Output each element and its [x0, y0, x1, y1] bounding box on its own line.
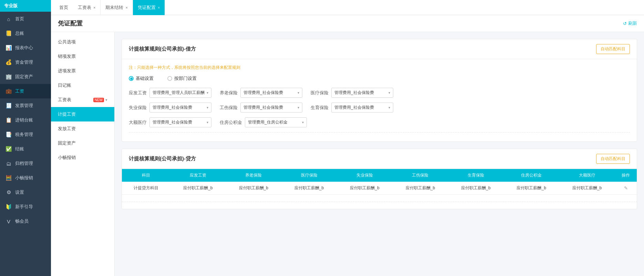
label-yfgz: 应发工资 — [129, 90, 147, 96]
left-nav-item-pay-wage[interactable]: 发放工资 — [51, 121, 114, 136]
tab-voucher-config[interactable]: 凭证配置 × — [133, 0, 165, 15]
field-sybx: 失业保险 管理费用_社会保险费 ▾ — [129, 103, 211, 113]
left-nav-item-payroll-sheet[interactable]: 工资表 NEW ▾ — [51, 93, 114, 107]
select-yfgz[interactable]: 管理费用_管理人员职工薪酬 ▾ — [149, 88, 211, 98]
select-deyil[interactable]: 管理费用_社会保险费 ▾ — [149, 117, 211, 127]
left-nav-fixed-assets-label: 固定资产 — [58, 140, 76, 146]
debit-section: 计提核算规则(公司承担)-借方 自动匹配科目 注：只能选择一种方式，系统将按照您… — [122, 39, 637, 142]
debit-section-body: 注：只能选择一种方式，系统将按照您当前的选择来配置规则 基础设置 按部门设置 — [122, 59, 637, 141]
purchase-sale-icon: 📋 — [6, 117, 12, 123]
right-content: 计提核算规则(公司承担)-借方 自动匹配科目 注：只能选择一种方式，系统将按照您… — [115, 32, 644, 276]
col-gjj: 住房公积金 — [503, 169, 559, 182]
select-sybx[interactable]: 管理费用_社会保险费 ▾ — [149, 103, 211, 113]
cell-deyil: 应付职工薪酬_b — [559, 182, 615, 195]
select-ylbx-1[interactable]: 管理费用_社会保险费 ▾ — [240, 88, 302, 98]
left-nav-item-input-invoice[interactable]: 进项发票 — [51, 64, 114, 78]
chevron-down-icon: ▾ — [207, 91, 208, 95]
credit-auto-match-button[interactable]: 自动匹配科目 — [596, 154, 630, 164]
select-sybx2-text: 管理费用_社会保险费 — [334, 105, 387, 110]
select-yfgz-text: 管理费用_管理人员职工薪酬 — [153, 90, 205, 96]
guide-icon: 🔰 — [6, 204, 12, 210]
select-gjj[interactable]: 管理费用_住房公积金 ▾ — [245, 117, 307, 127]
sidebar-item-payroll[interactable]: 💼 工资 — [0, 84, 51, 98]
chevron-down-icon-2: ▾ — [298, 91, 299, 95]
radio-dept-label: 按部门设置 — [174, 75, 197, 82]
left-nav-item-fixed-assets[interactable]: 固定资产 — [51, 136, 114, 150]
tab-period-closing[interactable]: 期末结转 × — [101, 0, 133, 15]
tab-home-label: 首页 — [59, 4, 68, 11]
cell-sybx: 应付职工薪酬_b — [337, 182, 392, 195]
tab-period-closing-close[interactable]: × — [125, 6, 127, 10]
select-ylbx-2[interactable]: 管理费用_社会保险费 ▾ — [331, 88, 393, 98]
xiaochang-report-icon: 🧮 — [6, 175, 12, 181]
sidebar-item-reports[interactable]: 📊 报表中心 — [0, 41, 51, 55]
debit-form-row-3: 大额医疗 管理费用_社会保险费 ▾ 住房公积金 管理费用_住房公积金 ▾ — [129, 117, 630, 127]
select-gjj-text: 管理费用_住房公积金 — [248, 119, 301, 125]
sidebar-item-archive-label: 归档管理 — [15, 160, 33, 167]
select-sybx2[interactable]: 管理费用_社会保险费 ▾ — [331, 103, 393, 113]
sidebar-item-closing[interactable]: ✅ 结账 — [0, 142, 51, 156]
field-ylbx-1: 养老保险 管理费用_社会保险费 ▾ — [220, 88, 302, 98]
debit-auto-match-button[interactable]: 自动匹配科目 — [596, 44, 630, 54]
cell-subject: 计提贷方科目 — [122, 182, 170, 195]
edit-icon[interactable]: ✎ — [624, 185, 628, 191]
table-row: 计提贷方科目 应付职工薪酬_b 应付职工薪酬_b 应付职工薪酬_b 应付职工薪酬… — [122, 182, 637, 195]
left-nav-item-accrual-wage[interactable]: 计提工资 — [51, 107, 114, 121]
left-nav-item-xiaochang-report[interactable]: 小畅报销 — [51, 150, 114, 165]
sidebar-item-invoice-mgr-label: 发票管理 — [15, 103, 33, 109]
radio-dept[interactable]: 按部门设置 — [167, 75, 197, 82]
credit-table-header: 科目 应发工资 养老保险 医疗保险 失业保险 工伤保险 生育保险 住房公积金 大… — [122, 169, 637, 182]
credit-table-wrapper: 科目 应发工资 养老保险 医疗保险 失业保险 工伤保险 生育保险 住房公积金 大… — [122, 169, 637, 195]
sidebar-item-ledger[interactable]: 📒 总账 — [0, 26, 51, 41]
left-nav-accrual-wage-label: 计提工资 — [58, 111, 76, 117]
page-title: 凭证配置 — [58, 19, 83, 28]
credit-table: 科目 应发工资 养老保险 医疗保险 失业保险 工伤保险 生育保险 住房公积金 大… — [122, 169, 637, 195]
refresh-button[interactable]: ↺ 刷新 — [623, 20, 637, 26]
sidebar-item-vip[interactable]: V 畅会员 — [0, 214, 51, 229]
sidebar-item-purchase-sale[interactable]: 📋 进销台账 — [0, 113, 51, 127]
sidebar-item-guide[interactable]: 🔰 新手引导 — [0, 200, 51, 214]
select-gsbx[interactable]: 管理费用_社会保险费 ▾ — [240, 103, 302, 113]
tab-payroll-sheet[interactable]: 工资表 × — [73, 0, 101, 15]
field-yfgz: 应发工资 管理费用_管理人员职工薪酬 ▾ — [129, 88, 211, 98]
label-ylbx-2: 医疗保险 — [311, 90, 329, 96]
chevron-down-icon-5: ▾ — [298, 106, 299, 109]
radio-dept-circle — [167, 76, 172, 81]
sidebar-item-funds[interactable]: 💰 资金管理 — [0, 55, 51, 70]
left-nav-item-journal[interactable]: 日记账 — [51, 78, 114, 93]
col-yfgz: 应发工资 — [170, 169, 226, 182]
tab-voucher-config-close[interactable]: × — [158, 6, 160, 10]
sidebar-item-invoice-mgr[interactable]: 🧾 发票管理 — [0, 98, 51, 113]
left-nav-payroll-sheet-label: 工资表 — [58, 97, 71, 103]
vip-icon: V — [6, 219, 12, 224]
divider-1 — [129, 132, 630, 132]
sidebar-item-xiaochang-report[interactable]: 🧮 小畅报销 — [0, 171, 51, 185]
tab-payroll-sheet-close[interactable]: × — [93, 6, 95, 10]
radio-basic[interactable]: 基础设置 — [129, 75, 154, 82]
chevron-down-icon-3: ▾ — [388, 91, 390, 95]
tab-payroll-sheet-label: 工资表 — [78, 4, 91, 11]
left-nav-public-label: 公共选项 — [58, 39, 76, 45]
left-nav-journal-label: 日记账 — [58, 82, 71, 88]
label-sybx2: 生育保险 — [311, 105, 329, 111]
field-gjj: 住房公积金 管理费用_住房公积金 ▾ — [220, 117, 307, 127]
sidebar-item-settings[interactable]: ⚙ 设置 — [0, 185, 51, 200]
left-nav-item-public[interactable]: 公共选项 — [51, 35, 114, 49]
sidebar-item-home[interactable]: ⌂ 首页 — [0, 12, 51, 26]
expand-icon: ▾ — [105, 98, 107, 102]
sidebar-item-fixed-assets[interactable]: 🏢 固定资产 — [0, 70, 51, 84]
sidebar-item-archive[interactable]: 🗂 归档管理 — [0, 156, 51, 171]
select-ylbx-2-text: 管理费用_社会保险费 — [334, 90, 387, 96]
archive-icon: 🗂 — [6, 161, 12, 167]
chevron-down-icon-4: ▾ — [207, 106, 208, 109]
cell-ylbx2: 应付职工薪酬_b — [281, 182, 337, 195]
label-gsbx: 工伤保险 — [220, 105, 238, 111]
tab-home[interactable]: 首页 — [54, 0, 73, 15]
credit-table-header-row: 科目 应发工资 养老保险 医疗保险 失业保险 工伤保险 生育保险 住房公积金 大… — [122, 169, 637, 182]
reports-icon: 📊 — [6, 45, 12, 51]
field-sybx2: 生育保险 管理费用_社会保险费 ▾ — [311, 103, 393, 113]
col-subject: 科目 — [122, 169, 170, 182]
debit-form-row-2: 失业保险 管理费用_社会保险费 ▾ 工伤保险 管理费用_社会保险费 ▾ — [129, 103, 630, 113]
left-nav-item-sales-invoice[interactable]: 销项发票 — [51, 49, 114, 64]
sidebar-item-tax[interactable]: 📑 税务管理 — [0, 127, 51, 142]
